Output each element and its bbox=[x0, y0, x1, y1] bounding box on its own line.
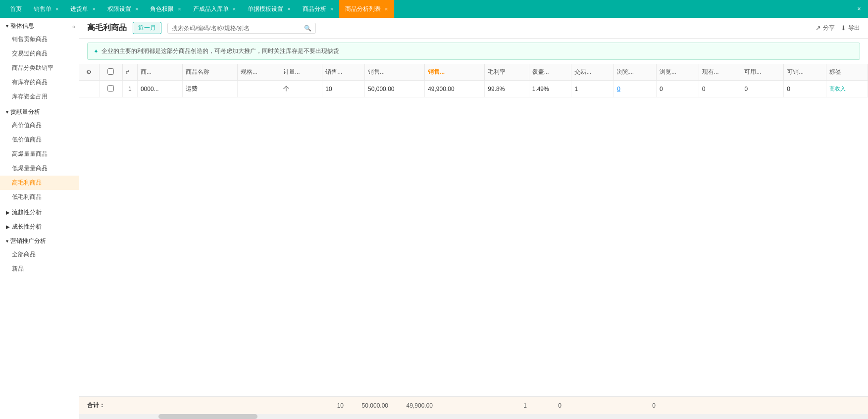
row-sales1: 10 bbox=[322, 81, 365, 97]
select-all-checkbox[interactable] bbox=[107, 68, 114, 75]
col-trade[interactable]: 交易... bbox=[571, 64, 614, 81]
horizontal-scrollbar[interactable] bbox=[79, 414, 868, 419]
sidebar-item-all-products[interactable]: 全部商品 bbox=[0, 247, 79, 262]
footer-bar: 合计： 10 50,000.00 49,900.00 1 0 0 bbox=[79, 396, 868, 414]
col-tag[interactable]: 标签 bbox=[826, 64, 868, 81]
arrow-trend: ▶ bbox=[6, 210, 10, 215]
page-title: 高毛利商品 bbox=[87, 23, 127, 33]
export-icon: ⬇ bbox=[841, 24, 846, 32]
col-code[interactable]: 商... bbox=[137, 64, 182, 81]
share-btn[interactable]: ↗ 分享 bbox=[816, 24, 835, 32]
sidebar-item-high-value[interactable]: 高价值商品 bbox=[0, 118, 79, 133]
arrow-growth: ▶ bbox=[6, 224, 10, 230]
close-purchase-tab[interactable]: × bbox=[92, 6, 95, 12]
sidebar-group-growth[interactable]: ▶ 成长性分析 bbox=[0, 219, 79, 233]
close-template-tab[interactable]: × bbox=[287, 6, 290, 12]
row-cover: 1.49% bbox=[529, 81, 571, 97]
sidebar-item-sales-contrib[interactable]: 销售贡献商品 bbox=[0, 32, 79, 47]
sidebar-item-high-margin[interactable]: 高毛利商品 bbox=[0, 176, 79, 190]
nav-purchase[interactable]: 进货单 × bbox=[64, 0, 101, 18]
close-sales-tab[interactable]: × bbox=[55, 6, 58, 12]
col-name[interactable]: 商品名称 bbox=[182, 64, 237, 81]
row-num: 1 bbox=[122, 81, 137, 97]
row-checkbox[interactable] bbox=[107, 85, 114, 92]
close-finished-tab[interactable]: × bbox=[233, 6, 236, 12]
sidebar-item-low-burst[interactable]: 低爆量量商品 bbox=[0, 161, 79, 176]
sidebar-group-trend[interactable]: ▶ 流趋性分析 bbox=[0, 204, 79, 219]
row-tag: 高收入 bbox=[826, 81, 868, 97]
col-current[interactable]: 现有... bbox=[699, 64, 741, 81]
col-checkbox[interactable] bbox=[99, 64, 122, 81]
close-analysis-list-tab[interactable]: × bbox=[385, 6, 388, 12]
row-sales2: 50,000.00 bbox=[365, 81, 425, 97]
settings-icon[interactable]: ⚙ bbox=[86, 69, 92, 76]
sidebar-item-category-rate[interactable]: 商品分类助销率 bbox=[0, 61, 79, 75]
footer-sales2: 50,000.00 bbox=[347, 402, 391, 409]
row-sellable: 0 bbox=[784, 81, 826, 97]
row-checkbox-cell[interactable] bbox=[99, 81, 122, 97]
footer-available: 0 bbox=[629, 402, 659, 409]
sidebar-item-stock-fund[interactable]: 库存资金占用 bbox=[0, 90, 79, 104]
search-box: 🔍 bbox=[167, 23, 316, 34]
filter-month-btn[interactable]: 近一月 bbox=[133, 22, 161, 34]
arrow-marketing: ▾ bbox=[6, 238, 8, 244]
sidebar-item-low-margin[interactable]: 低毛利商品 bbox=[0, 190, 79, 204]
info-text: 企业的主要的利润都是这部分商品创造的，可考虑加大推广，同时关注库存是不要出现缺货 bbox=[102, 47, 339, 55]
col-sales2[interactable]: 销售... bbox=[365, 64, 425, 81]
row-margin-rate: 99.8% bbox=[485, 81, 529, 97]
search-input[interactable] bbox=[172, 25, 302, 32]
col-settings[interactable]: ⚙ bbox=[79, 64, 99, 81]
close-roles-tab[interactable]: × bbox=[178, 6, 181, 12]
content-area: 高毛利商品 近一月 🔍 ↗ 分享 ⬇ 导出 ✦ 企业的主要的利润都是这部分商品创… bbox=[79, 18, 868, 419]
sidebar-group-marketing[interactable]: ▾ 营销推广分析 bbox=[0, 233, 79, 247]
sidebar: « ▾ 整体信息 销售贡献商品 交易过的商品 商品分类助销率 有库存的商品 库存… bbox=[0, 18, 79, 419]
arrow-contribution: ▾ bbox=[6, 109, 8, 115]
sidebar-group-overall[interactable]: ▾ 整体信息 bbox=[0, 18, 79, 32]
sidebar-collapse-btn[interactable]: « bbox=[69, 22, 79, 32]
row-available: 0 bbox=[741, 81, 784, 97]
col-sellable[interactable]: 可销... bbox=[784, 64, 826, 81]
nav-finished[interactable]: 产成品入库单 × bbox=[187, 0, 242, 18]
arrow-overall: ▾ bbox=[6, 23, 8, 29]
table-row: 1 0000... 运费 个 10 50,000.00 49,900.00 99… bbox=[79, 81, 868, 97]
col-sales3[interactable]: 销售... bbox=[425, 64, 485, 81]
data-table: ⚙ # 商... 商品名称 规格... bbox=[79, 64, 868, 97]
nav-permissions[interactable]: 权限设置 × bbox=[102, 0, 144, 18]
search-icon[interactable]: 🔍 bbox=[304, 25, 311, 32]
header-actions: ↗ 分享 ⬇ 导出 bbox=[816, 24, 860, 32]
row-trade: 1 bbox=[571, 81, 614, 97]
sidebar-item-traded[interactable]: 交易过的商品 bbox=[0, 47, 79, 61]
nav-roles[interactable]: 角色权限 × bbox=[144, 0, 187, 18]
row-settings-cell bbox=[79, 81, 99, 97]
sidebar-item-low-value[interactable]: 低价值商品 bbox=[0, 133, 79, 147]
nav-home[interactable]: 首页 bbox=[4, 0, 28, 18]
col-cover[interactable]: 覆盖... bbox=[529, 64, 571, 81]
row-browse1[interactable]: 0 bbox=[614, 81, 657, 97]
export-btn[interactable]: ⬇ 导出 bbox=[841, 24, 860, 32]
nav-template[interactable]: 单据模板设置 × bbox=[242, 0, 296, 18]
col-unit[interactable]: 计量... bbox=[280, 64, 322, 81]
sidebar-item-new-products[interactable]: 新品 bbox=[0, 262, 79, 276]
row-spec bbox=[237, 81, 280, 97]
close-permissions-tab[interactable]: × bbox=[135, 6, 138, 12]
close-analysis-tab[interactable]: × bbox=[330, 6, 333, 12]
col-sales1[interactable]: 销售... bbox=[322, 64, 365, 81]
scroll-thumb[interactable] bbox=[158, 414, 257, 419]
table-container: ⚙ # 商... 商品名称 规格... bbox=[79, 64, 868, 396]
sidebar-group-contribution[interactable]: ▾ 贡献量分析 bbox=[0, 104, 79, 118]
col-available[interactable]: 可用... bbox=[741, 64, 784, 81]
col-browse1[interactable]: 浏览... bbox=[614, 64, 657, 81]
nav-analysis-list[interactable]: 商品分析列表 × bbox=[339, 0, 394, 18]
nav-sales[interactable]: 销售单 × bbox=[28, 0, 64, 18]
col-browse2[interactable]: 浏览... bbox=[656, 64, 699, 81]
row-sales3: 49,900.00 bbox=[425, 81, 485, 97]
info-bar: ✦ 企业的主要的利润都是这部分商品创造的，可考虑加大推广，同时关注库存是不要出现… bbox=[87, 43, 860, 60]
col-spec[interactable]: 规格... bbox=[237, 64, 280, 81]
share-icon: ↗ bbox=[816, 24, 821, 32]
close-all-tabs[interactable]: × bbox=[850, 0, 868, 18]
sidebar-item-high-burst[interactable]: 高爆量量商品 bbox=[0, 147, 79, 161]
footer-sales3: 49,900.00 bbox=[391, 402, 436, 409]
col-margin-rate[interactable]: 毛利率 bbox=[485, 64, 529, 81]
nav-analysis[interactable]: 商品分析 × bbox=[297, 0, 339, 18]
sidebar-item-with-stock[interactable]: 有库存的商品 bbox=[0, 75, 79, 90]
